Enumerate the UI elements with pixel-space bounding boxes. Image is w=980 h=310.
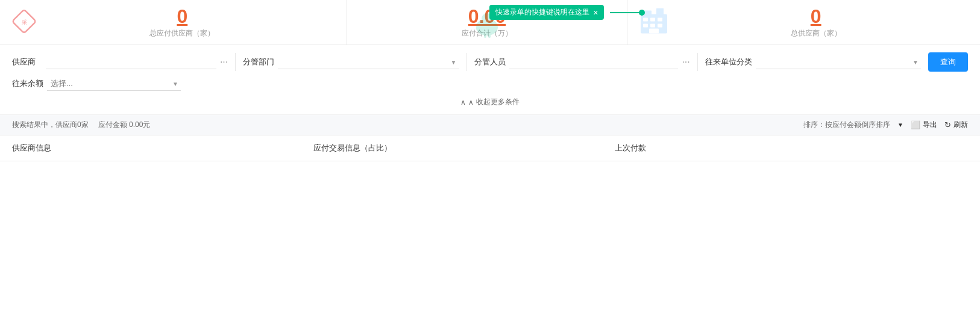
export-label: 导出 (923, 120, 937, 130)
filter-supplier: 供应商 ··· (12, 55, 228, 69)
refresh-button[interactable]: ↻ 刷新 (944, 120, 968, 130)
refresh-label: 刷新 (953, 120, 968, 130)
balance-select-wrapper: ▼ (47, 76, 181, 91)
dept-select-wrapper: ▼ (278, 55, 459, 69)
results-actions: 排序：按应付会额倒序排序 ▼ ⬜ 导出 ↻ 刷新 (803, 120, 968, 130)
supplier-input[interactable] (46, 55, 216, 69)
stat3-value: 0 (811, 7, 821, 26)
supplier-label: 供应商 (12, 57, 42, 67)
svg-text:采: 采 (22, 19, 27, 25)
filter-person: 分管人员 ··· (474, 55, 690, 69)
person-label: 分管人员 (474, 57, 506, 67)
stat-total-payable-suppliers: 采 0 总应付供应商（家） (0, 0, 347, 45)
dept-input[interactable] (278, 55, 459, 69)
sort-label: 排序：按应付会额倒序排序 (803, 120, 890, 130)
svg-rect-8 (485, 13, 488, 17)
results-summary: 搜索结果中，供应商0家 应付金额 0.00元 (12, 120, 150, 130)
divider2 (466, 53, 467, 71)
refresh-icon: ↻ (944, 120, 951, 129)
svg-rect-10 (643, 18, 648, 22)
filter-balance: 往来余额 ▼ (12, 76, 181, 91)
svg-rect-6 (488, 34, 491, 38)
person-input-wrapper (509, 55, 679, 69)
export-icon: ⬜ (911, 120, 920, 129)
sort-chevron-icon: ▼ (897, 122, 903, 128)
filter-category: 往来单位分类 ▼ (705, 55, 921, 69)
svg-rect-18 (656, 8, 664, 16)
person-dots[interactable]: ··· (682, 57, 689, 67)
divider3 (697, 53, 698, 71)
table-col-supplier-info: 供应商信息 (12, 143, 313, 153)
tooltip-text: 快速录单的快捷键说明在这里 (495, 7, 589, 17)
svg-rect-13 (643, 24, 648, 28)
stat1-label: 总应付供应商（家） (149, 28, 215, 39)
filter-dept: 分管部门 ▼ (243, 55, 459, 69)
query-button[interactable]: 查询 (928, 52, 968, 72)
collapse-chevron-icon: ∧ ∧ (460, 98, 473, 107)
filter-row-2: 往来余额 ▼ (12, 76, 968, 91)
table-col-last-payment: 上次付款 (615, 143, 968, 153)
stat-payable-total: 快速录单的快捷键说明在这里 × 0.00 应付合计（万） (347, 0, 628, 45)
results-amount: 应付金额 0.00元 (98, 120, 151, 130)
dept-label: 分管部门 (243, 57, 274, 67)
svg-rect-15 (658, 24, 662, 28)
stat1-value: 0 (177, 7, 187, 26)
balance-select[interactable] (47, 76, 181, 91)
stats-bar: 采 0 总应付供应商（家） 快速录单的快捷键说明在这里 × 0.00 应 (0, 0, 980, 45)
table-header: 供应商信息 应付交易信息（占比） 上次付款 (0, 135, 980, 161)
stat3-label: 总供应商（家） (791, 28, 841, 39)
diamond-icon: 采 (11, 8, 37, 37)
results-supplier-count: 搜索结果中，供应商0家 (12, 120, 89, 130)
balance-label: 往来余额 (12, 78, 43, 89)
table-col-transaction: 应付交易信息（占比） (313, 143, 615, 153)
svg-rect-12 (658, 18, 662, 22)
collapse-label: 收起更多条件 (476, 97, 520, 107)
category-label: 往来单位分类 (705, 57, 752, 67)
tooltip-close[interactable]: × (593, 8, 598, 17)
svg-rect-16 (649, 29, 659, 34)
supplier-dots[interactable]: ··· (220, 57, 228, 67)
filter-bar: 供应商 ··· 分管部门 ▼ 分管人员 ··· 往来单位分类 (0, 45, 980, 115)
results-bar: 搜索结果中，供应商0家 应付金额 0.00元 排序：按应付会额倒序排序 ▼ ⬜ … (0, 115, 980, 135)
filter-row-1: 供应商 ··· 分管部门 ▼ 分管人员 ··· 往来单位分类 (12, 52, 968, 72)
person-input[interactable] (509, 55, 679, 69)
category-input[interactable] (756, 55, 921, 69)
svg-rect-11 (650, 18, 655, 22)
export-button[interactable]: ⬜ 导出 (911, 120, 937, 130)
svg-point-4 (476, 25, 481, 31)
category-select-wrapper: ▼ (756, 55, 921, 69)
supplier-input-wrapper (46, 55, 216, 69)
table-body (0, 161, 980, 310)
divider1 (235, 53, 236, 71)
svg-rect-5 (484, 34, 486, 38)
tooltip-dot (639, 10, 645, 16)
tooltip: 快速录单的快捷键说明在这里 × (489, 5, 604, 20)
svg-rect-14 (650, 24, 655, 28)
collapse-button[interactable]: ∧ ∧ 收起更多条件 (12, 93, 968, 111)
stat-total-suppliers: 0 总供应商（家） (627, 0, 980, 45)
